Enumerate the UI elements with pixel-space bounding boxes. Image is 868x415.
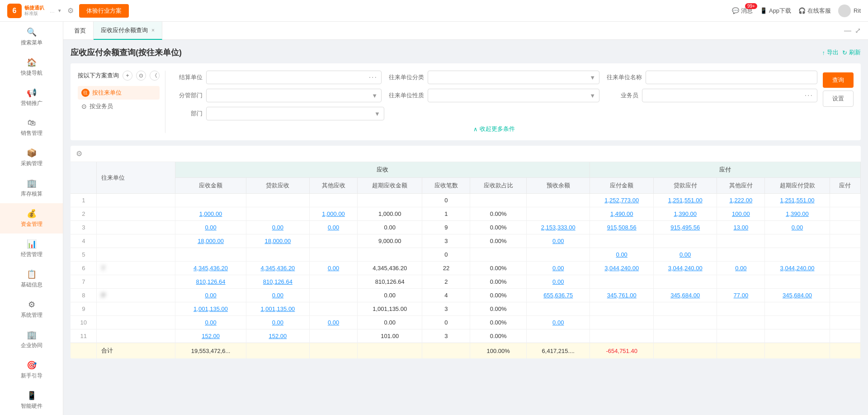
download-icon: 📱 (760, 7, 767, 14)
sidebar-item-finance[interactable]: 💰 资金管理 (0, 203, 63, 234)
sidebar-label-quick-nav: 快捷导航 (21, 69, 42, 77)
table-settings-icon[interactable]: ⚙ (76, 149, 82, 158)
field-group-dept: 分管部门 ▼ (171, 89, 382, 102)
table-row: 8P0.000.000.0040.00%655,636.75345,761.00… (71, 289, 861, 302)
sidebar-item-search-menu[interactable]: 🔍 搜索菜单 (0, 22, 63, 52)
top-header: 6 畅捷通叭 标准版 ... ▼ ⚙ 体验行业方案 💬 消息 99+ 📱 App… (0, 0, 868, 22)
field-input-salesperson[interactable]: ··· (642, 89, 817, 102)
data-table: 往来单位 应收 应付 应收金额 贷款应收 其他应收 超期应收金额 应收笔数 应收… (71, 162, 861, 358)
query-row-2: 分管部门 ▼ 往来单位性质 ▼ (171, 89, 817, 102)
sidebar-item-guide[interactable]: 🎯 新手引导 (0, 355, 63, 385)
field-label-partner-name: 往来单位名称 (607, 73, 642, 81)
purchase-icon: 📦 (27, 148, 37, 158)
online-service[interactable]: 🎧 在线客服 (798, 7, 831, 15)
th-ar-overdue: 超期应收金额 (357, 178, 422, 194)
export-icon: ↑ (822, 49, 826, 56)
setting-button[interactable]: 设置 (823, 91, 854, 107)
th-ar-amount: 应收金额 (175, 178, 246, 194)
collapse-scheme-btn[interactable]: 《 (150, 71, 160, 81)
sidebar-item-basic-info[interactable]: 📋 基础信息 (0, 264, 63, 294)
add-scheme-btn[interactable]: + (123, 71, 132, 81)
tab-minimize-icon[interactable]: — (844, 27, 851, 35)
app-download[interactable]: 📱 App下载 (760, 7, 791, 15)
system-icon: ⚙ (28, 300, 35, 310)
user-area[interactable]: Rit (838, 5, 861, 17)
inventory-icon: 🏢 (27, 178, 37, 188)
th-ar-loan: 贷款应收 (246, 178, 309, 194)
scheme-by-partner[interactable]: 往 按往来单位 (78, 86, 160, 100)
sidebar-item-quick-nav[interactable]: 🏠 快捷导航 (0, 52, 63, 82)
field-input-partner-name[interactable] (646, 71, 817, 84)
tab-bar: 首页 应收应付余额查询 × — ⤢ (63, 22, 868, 40)
finance-icon: 💰 (27, 209, 37, 219)
sidebar-item-sales[interactable]: 🛍 销售管理 (0, 113, 63, 143)
chevron-down-icon-4: ▼ (374, 110, 380, 117)
sales-icon: 🛍 (28, 118, 36, 128)
field-group-sub-dept: 部门 ▼ (171, 107, 384, 120)
field-input-settlement[interactable]: ··· (206, 71, 382, 84)
query-button[interactable]: 查询 (823, 72, 854, 88)
sidebar-item-inventory[interactable]: 🏢 库存核算 (0, 173, 63, 203)
collapse-more-btn[interactable]: ∧ 收起更多条件 (473, 125, 515, 133)
th-partner: 往来单位 (97, 162, 175, 194)
th-no (71, 162, 97, 194)
export-button[interactable]: ↑ 导出 (822, 48, 839, 57)
sidebar-item-operation[interactable]: 📊 经营管理 (0, 234, 63, 264)
content-area: 应收应付余额查询(按往来单位) ↑ 导出 ↻ 刷新 (63, 40, 868, 415)
chevron-up-icon: ∧ (473, 126, 478, 133)
edition-label: 标准版 (24, 11, 44, 16)
footer-ap-total: -654,751.40 (590, 343, 653, 359)
query-area: 按以下方案查询 + ⊙ 《 往 按往来单位 ⊙ 按业务员 (71, 63, 861, 140)
scheme-by-salesperson[interactable]: ⊙ 按业务员 (78, 100, 160, 113)
table-row: 30.000.000.000.0090.00%2,153,333.00915,5… (71, 221, 861, 234)
gear-icon[interactable]: ⚙ (67, 6, 74, 15)
tab-actions: — ⤢ (844, 26, 868, 35)
th-ap-amount: 应付金额 (590, 178, 653, 194)
logo-icon: 6 (7, 4, 22, 18)
table-container: ⚙ 往来单位 应收 应付 应收金额 (71, 146, 861, 358)
page-header: 应收应付余额查询(按往来单位) ↑ 导出 ↻ 刷新 (71, 47, 861, 58)
sidebar-item-purchase[interactable]: 📦 采购管理 (0, 143, 63, 173)
tab-home[interactable]: 首页 (67, 22, 94, 40)
th-ap-last: 应付 (830, 178, 860, 194)
th-ar-other: 其他应收 (310, 178, 358, 194)
sidebar-item-enterprise[interactable]: 🏢 企业协同 (0, 324, 63, 355)
tab-current[interactable]: 应收应付余额查询 × (94, 22, 162, 40)
th-ap-other: 其他应付 (717, 178, 765, 194)
marketing-icon: 📢 (27, 88, 37, 98)
field-group-partner-name: 往来单位名称 (607, 71, 817, 84)
tab-expand-icon[interactable]: ⤢ (855, 26, 861, 35)
field-input-partner-nature[interactable]: ▼ (428, 89, 599, 102)
message-area[interactable]: 💬 消息 99+ (732, 7, 753, 15)
table-row: 674,345,436.204,345,436.200.004,345,436.… (71, 262, 861, 275)
field-input-dept[interactable]: ▼ (206, 89, 382, 102)
field-label-settlement: 结算单位 (171, 73, 203, 81)
settings-scheme-btn[interactable]: ⊙ (136, 71, 146, 81)
query-fields: 结算单位 ··· 往来单位分类 ▼ (171, 71, 817, 133)
table-row: 100.000.000.000.0000.00%0.00 (71, 316, 861, 329)
solution-button[interactable]: 体验行业方案 (79, 4, 129, 18)
main-layout: 🔍 搜索菜单 🏠 快捷导航 📢 营销推广 🛍 销售管理 📦 采购管理 🏢 库存核… (0, 22, 868, 415)
sidebar-item-marketing[interactable]: 📢 营销推广 (0, 82, 63, 113)
field-input-partner-category[interactable]: ▼ (428, 71, 599, 84)
query-row-1: 结算单位 ··· 往来单位分类 ▼ (171, 71, 817, 84)
chevron-down-icon-3: ▼ (590, 92, 595, 99)
sidebar-label-system: 系统管理 (21, 311, 42, 319)
table-row: 91,001,135.001,001,135.001,001,135.0030.… (71, 302, 861, 316)
field-group-partner-category: 往来单位分类 ▼ (389, 71, 599, 84)
user-name: Rit (854, 7, 861, 14)
dots-icon-2: ··· (805, 91, 813, 100)
field-input-sub-dept[interactable]: ▼ (206, 107, 384, 120)
breadcrumb-separator: ▼ (57, 8, 62, 13)
refresh-button[interactable]: ↻ 刷新 (842, 48, 861, 57)
field-label-partner-category: 往来单位分类 (389, 73, 424, 81)
tab-close-btn[interactable]: × (151, 27, 155, 33)
query-row-3: 部门 ▼ (171, 107, 817, 120)
footer-ar-total[interactable]: 19,553,472,6... (175, 343, 246, 359)
sidebar-item-smart-hw[interactable]: 📱 智能硬件 (0, 385, 63, 415)
home-icon: 🏠 (27, 57, 37, 67)
sidebar-item-system[interactable]: ⚙ 系统管理 (0, 294, 63, 324)
th-group-ap: 应付 (590, 162, 861, 178)
query-header-label: 按以下方案查询 (78, 72, 119, 80)
enterprise-icon: 🏢 (27, 330, 37, 340)
